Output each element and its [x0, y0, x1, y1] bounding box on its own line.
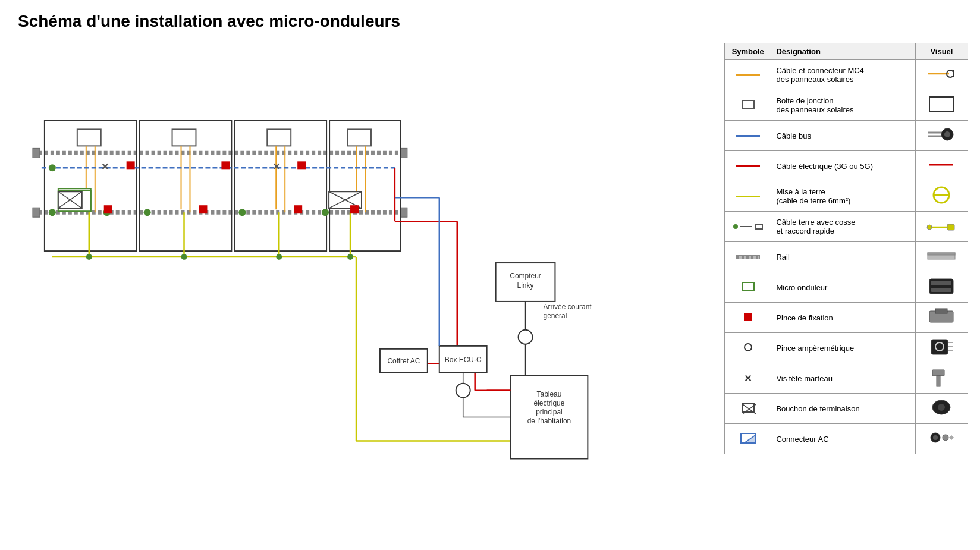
symbol-yellow-line [736, 196, 760, 197]
symbol-x: ✕ [744, 373, 752, 384]
svg-point-137 [950, 436, 953, 439]
svg-rect-113 [947, 224, 954, 230]
legend-desig-cable-mc4: Câble et connecteur MC4des panneaux sola… [771, 60, 915, 90]
legend-row-rail: Rail [725, 242, 968, 272]
legend-visuel-rail [915, 242, 968, 272]
legend-desig-connect-ac: Connecteur AC [771, 424, 915, 454]
symbol-red-line [736, 165, 760, 167]
legend-visuel-boite [915, 90, 968, 121]
svg-rect-12 [267, 129, 291, 146]
legend-visuel-terre [915, 181, 968, 212]
svg-rect-115 [928, 253, 955, 255]
svg-point-99 [322, 209, 329, 216]
symbol-earth [730, 224, 766, 230]
svg-point-98 [238, 209, 246, 216]
svg-point-136 [943, 435, 948, 441]
svg-text:électrique: électrique [534, 399, 565, 407]
legend-row-bouchon: Bouchon de terminaison [725, 394, 968, 424]
legend-row-micro: Micro onduleur [725, 272, 968, 303]
diagram-area: ✕ ✕ ✕ [12, 37, 712, 524]
svg-point-135 [933, 435, 938, 440]
symbol-blue-line [736, 135, 760, 137]
legend-desig-vis: Vis tête marteau [771, 363, 915, 394]
symbol-orange-line [736, 74, 760, 76]
svg-marker-132 [742, 434, 756, 444]
legend-visuel-cable-mc4 [915, 60, 968, 90]
symbol-connect-ac [740, 433, 756, 444]
svg-rect-118 [931, 288, 951, 292]
symbol-pince [744, 313, 752, 321]
legend-desig-pince-fix: Pince de fixation [771, 303, 915, 333]
svg-point-72 [519, 330, 533, 344]
legend-row-pince-amp: Pince ampèremétrique [725, 333, 968, 363]
earth-box [755, 224, 763, 230]
svg-point-53 [181, 254, 187, 260]
svg-point-52 [86, 254, 92, 260]
svg-rect-35 [297, 161, 306, 169]
svg-rect-33 [127, 161, 135, 169]
svg-text:de l'habitation: de l'habitation [527, 417, 571, 425]
svg-point-96 [49, 209, 56, 216]
legend-desig-micro: Micro onduleur [771, 272, 915, 303]
earth-dot [733, 224, 738, 229]
legend-row-boite-jonction: Boite de jonctiondes panneaux solaires [725, 90, 968, 121]
legend-header-symbole: Symbole [725, 43, 771, 60]
legend-desig-pince-amp: Pince ampèremétrique [771, 333, 915, 363]
legend-row-connect-ac: Connecteur AC [725, 424, 968, 454]
svg-rect-94 [294, 205, 302, 213]
symbol-bouchon [742, 403, 755, 413]
svg-point-131 [938, 404, 945, 411]
legend-desig-rail: Rail [771, 242, 915, 272]
svg-text:Arrivée courant: Arrivée courant [543, 303, 592, 311]
legend-visuel-cable-elec [915, 151, 968, 181]
legend-visuel-vis [915, 363, 968, 394]
svg-text:Tableau: Tableau [536, 390, 561, 398]
svg-point-79 [456, 384, 470, 398]
svg-text:Coffret AC: Coffret AC [387, 357, 420, 365]
svg-text:général: général [543, 312, 567, 320]
legend-desig-cable-bus: Câble bus [771, 121, 915, 151]
legend-visuel-cable-bus [915, 121, 968, 151]
svg-rect-117 [931, 281, 951, 285]
svg-rect-120 [935, 309, 947, 313]
svg-text:Box ECU-C: Box ECU-C [445, 356, 482, 364]
legend-visuel-pince-amp [915, 333, 968, 363]
svg-rect-95 [350, 205, 359, 213]
svg-point-105 [944, 131, 950, 137]
svg-rect-127 [937, 376, 940, 386]
legend-row-mise-terre: Mise à la terre(cable de terre 6mm²) [725, 181, 968, 212]
legend-table: Symbole Désignation Visuel Câble et conn… [724, 43, 968, 454]
symbol-rail [736, 255, 760, 259]
legend-row-cable-mc4: Câble et connecteur MC4des panneaux sola… [725, 60, 968, 90]
svg-rect-121 [931, 340, 948, 354]
symbol-box [742, 100, 755, 109]
legend-row-cable-electrique: Câble électrique (3G ou 5G) [725, 151, 968, 181]
svg-text:Linky: Linky [517, 281, 534, 290]
legend-visuel-micro [915, 272, 968, 303]
legend-row-pince-fix: Pince de fixation [725, 303, 968, 333]
svg-rect-11 [172, 129, 196, 146]
legend-desig-boite: Boite de jonctiondes panneaux solaires [771, 90, 915, 121]
legend-visuel-pince-fix [915, 303, 968, 333]
legend-desig-cable-elec: Câble électrique (3G ou 5G) [771, 151, 915, 181]
svg-text:✕: ✕ [272, 162, 280, 172]
symbol-micro [742, 282, 755, 291]
svg-text:Compteur: Compteur [510, 272, 541, 280]
page-title: Schéma d'une installation avec micro-ond… [0, 0, 980, 37]
legend-visuel-connect-ac [915, 424, 968, 454]
legend-row-vis: ✕ Vis tête marteau [725, 363, 968, 394]
svg-rect-3 [33, 208, 40, 217]
legend-visuel-bouchon [915, 394, 968, 424]
svg-rect-92 [104, 205, 112, 213]
svg-point-55 [347, 254, 353, 260]
legend-header-visuel: Visuel [915, 43, 968, 60]
svg-rect-13 [347, 129, 371, 146]
legend-header-designation: Désignation [771, 43, 915, 60]
legend-row-cable-cosse: Câble terre avec cosseet raccord rapide [725, 212, 968, 242]
svg-point-97 [144, 209, 151, 216]
legend-desig-cosse: Câble terre avec cosseet raccord rapide [771, 212, 915, 242]
svg-rect-103 [929, 97, 953, 112]
svg-text:principal: principal [536, 408, 563, 416]
svg-rect-34 [221, 161, 230, 169]
legend-visuel-cosse [915, 212, 968, 242]
